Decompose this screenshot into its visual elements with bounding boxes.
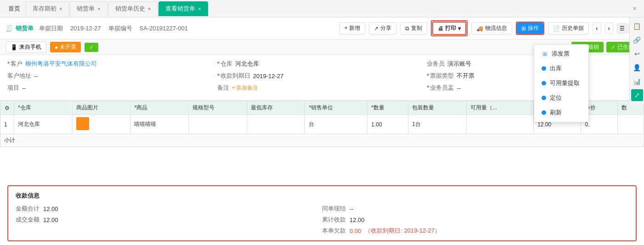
project-label: 项目 — [7, 84, 19, 92]
customer-label: 客户 — [7, 60, 23, 68]
cell-warehouse: 河北仓库 — [14, 115, 73, 134]
th-settings: ⚙ — [0, 101, 14, 115]
outbound-icon — [542, 66, 546, 71]
history-button[interactable]: 📄 历史单据 — [548, 22, 589, 34]
warehouse-field: 仓库 河北仓库 — [217, 60, 427, 68]
payment-same-order-label: 同单现结 — [322, 205, 346, 213]
add-note-button[interactable]: + 添加备注 — [232, 84, 258, 92]
cell-spec — [189, 115, 247, 134]
tab-sales-close[interactable]: × — [97, 6, 100, 11]
salesperson-field: 业务员 演示账号 — [427, 60, 637, 68]
tab-view-sales-label: 查看销货单 — [165, 5, 195, 13]
cell-product-img — [72, 115, 130, 134]
th-pkg-qty: 包装数量 — [408, 101, 467, 115]
cell-min-stock — [247, 115, 305, 134]
from-phone-button[interactable]: 📱 来自手机 — [6, 41, 46, 53]
print-button[interactable]: 🖨 打印 ▾ — [432, 22, 466, 35]
tab-home[interactable]: 首页 — [4, 2, 25, 16]
customer-field: 客户 柳州粤港平安气体有限公司 — [7, 60, 217, 68]
dropdown-add-invoice[interactable]: ⊞ 添发票 — [534, 46, 588, 61]
due-date-value: 2019-12-27 — [253, 73, 284, 80]
payment-total-row: 金额合计 12.00 — [16, 205, 322, 213]
payment-owed-value: 0.00 — [350, 228, 361, 234]
not-opened-button[interactable]: ● 未开票 — [50, 42, 81, 52]
th-avail-qty: 可用量（... — [466, 101, 533, 115]
doc-info: 单据日期 2019-12-27 单据编号 SA-20191227-001 — [39, 24, 188, 33]
date-label: 单据日期 — [39, 24, 63, 33]
tab-view-sales-close[interactable]: × — [198, 6, 201, 11]
logistics-button[interactable]: 🚚 物流信息 — [471, 22, 512, 34]
dropdown-avail-extract[interactable]: 可用量提取 — [534, 76, 588, 91]
avail-extract-label: 可用量提取 — [550, 79, 580, 87]
salesperson2-value: -- — [457, 85, 461, 91]
confirm-icon: ✓ — [89, 44, 94, 51]
confirm-button[interactable]: ✓ — [85, 43, 98, 52]
warehouse-value: 河北仓库 — [235, 60, 259, 68]
print-dropdown-arrow: ▾ — [458, 25, 461, 32]
nav-next-button[interactable]: › — [605, 23, 613, 34]
phone-icon: 📱 — [11, 44, 17, 51]
customer-value[interactable]: 柳州粤港平安气体有限公司 — [25, 60, 97, 68]
window-close-button[interactable]: × — [629, 3, 640, 14]
share-button[interactable]: ↗ 分享 — [369, 22, 396, 34]
payment-total-label: 金额合计 — [16, 205, 40, 213]
sidebar-icon-5[interactable]: 📊 — [631, 75, 643, 87]
doc-title-text: 销货单 — [16, 24, 34, 33]
layout-list-button[interactable]: ☰ — [617, 23, 627, 34]
print-outline: 🖨 打印 ▾ — [431, 20, 468, 36]
share-icon: ↗ — [374, 25, 378, 32]
nav-prev-button[interactable]: ‹ — [593, 23, 601, 34]
tab-sales-history[interactable]: 销货单历史 × — [108, 1, 158, 16]
refresh-label: 刷新 — [550, 108, 562, 117]
subtotal-row: 小计 — [0, 134, 644, 147]
tab-inventory-close[interactable]: × — [59, 6, 62, 11]
payment-same-order-value: -- — [350, 205, 354, 212]
dropdown-refresh[interactable]: 刷新 — [534, 105, 588, 120]
plus-icon: + — [232, 85, 235, 91]
address-field: 客户地址 -- — [7, 72, 217, 80]
sidebar-icon-4[interactable]: 👤 — [631, 62, 643, 74]
sidebar-icon-6[interactable]: ⤢ — [631, 89, 643, 101]
payment-grid: 金额合计 12.00 同单现结 -- 成交金额 12.00 累计收款 12.00… — [16, 205, 628, 235]
th-qty: *数量 — [367, 101, 408, 115]
sidebar-icon-3[interactable]: ↩ — [631, 48, 643, 60]
address-value: -- — [34, 73, 38, 80]
payment-cumulative-row: 累计收款 12.00 — [322, 216, 628, 224]
date-value: 2019-12-27 — [70, 25, 101, 32]
dropdown-locate[interactable]: 定位 — [534, 91, 588, 105]
toolbar-actions: + 新增 ↗ 分享 ⧉ 复制 🖨 打印 ▾ — [339, 20, 638, 36]
no-label: 单据编号 — [108, 24, 132, 33]
warehouse-label: 仓库 — [217, 60, 232, 68]
tab-view-sales[interactable]: 查看销货单 × — [158, 1, 208, 16]
history-icon: 📄 — [553, 25, 560, 32]
copy-icon: ⧉ — [405, 25, 409, 32]
operate-dropdown-menu: ⊞ 添发票 出库 可用量提取 定位 刷新 — [534, 44, 589, 122]
note-field: 备注 + 添加备注 — [217, 84, 427, 92]
right-sidebar: 📋 🔗 ↩ 👤 📊 ⤢ — [629, 17, 644, 104]
tab-sales-history-label: 销货单历史 — [115, 5, 145, 13]
tab-inventory[interactable]: 库存期初 × — [26, 1, 69, 16]
subtotal-cell: 小计 — [0, 134, 644, 147]
payment-title: 收款信息 — [16, 192, 628, 200]
cell-qty: 1.00 — [367, 115, 408, 134]
tab-sales[interactable]: 销货单 × — [70, 1, 107, 16]
operate-icon: ⊞ — [521, 25, 526, 32]
dropdown-outbound[interactable]: 出库 — [534, 61, 588, 76]
tab-sales-history-close[interactable]: × — [148, 6, 151, 11]
tab-bar-right: × — [629, 5, 640, 13]
new-button[interactable]: + 新增 — [339, 22, 365, 34]
due-date-field: 收款到期日 2019-12-27 — [217, 72, 427, 80]
copy-button[interactable]: ⧉ 复制 — [400, 22, 427, 34]
product-image — [76, 117, 89, 130]
project-field: 项目 -- — [7, 84, 217, 92]
payment-owed-row: 本单欠款 0.00 （收款到期日: 2019-12-27） — [322, 227, 628, 235]
operate-button[interactable]: ⊞ 操作 — [517, 23, 543, 34]
sidebar-icon-2[interactable]: 🔗 — [631, 34, 643, 46]
cell-unit: 台 — [305, 115, 367, 134]
payment-owed-label: 本单欠款 — [322, 227, 346, 235]
ticket-type-label: 票据类型 — [427, 72, 454, 80]
operate-outline: ⊞ 操作 — [516, 22, 544, 35]
sidebar-icon-1[interactable]: 📋 — [631, 20, 643, 32]
payment-section: 收款信息 金额合计 12.00 同单现结 -- 成交金额 12.00 累计收款 … — [7, 185, 637, 241]
due-date-label: 收款到期日 — [217, 72, 250, 80]
